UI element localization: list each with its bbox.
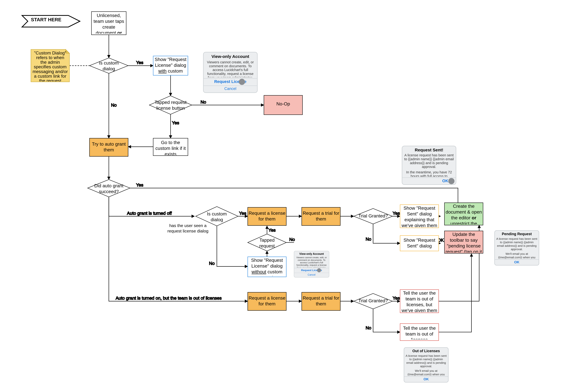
mock-sent-ok-btn[interactable]: OK bbox=[404, 178, 448, 183]
mock-view-only-large: View-only Account Viewers cannot create,… bbox=[203, 52, 257, 93]
mock-request-sent: Request Sent! A license request has been… bbox=[402, 146, 456, 185]
label-no-2: No bbox=[111, 102, 117, 107]
node-update: Update the toolbar to say "pending licen… bbox=[444, 231, 483, 253]
node-custom-dialog-1: Is custom dialog enabled? bbox=[89, 58, 128, 73]
node-tapped-1: Tapped request license button bbox=[149, 96, 192, 114]
node-try-auto: Try to auto grant them bbox=[89, 138, 128, 156]
node-sent-trial: Show "Request Sent" dialog explaining th… bbox=[400, 205, 439, 228]
sticky-note: "Custom Dialog" refers to when the admin… bbox=[31, 49, 70, 82]
node-show-with: Show "Request License" dialog with custo… bbox=[153, 56, 188, 75]
node-trial-2: Trial Granted? bbox=[354, 293, 392, 309]
label-yes-4: Yes bbox=[239, 211, 246, 216]
label-has-seen: has the user seen a request license dial… bbox=[163, 223, 213, 235]
mock-pending-ok-btn[interactable]: OK bbox=[496, 260, 538, 264]
node-sent: Show "Request Sent" dialog bbox=[400, 236, 439, 251]
node-show-without: Show "Request License" dialog without cu… bbox=[248, 257, 286, 277]
mock-out-ok-btn[interactable]: OK bbox=[405, 377, 447, 381]
label-auto-off: Auto grant is turned off bbox=[127, 211, 172, 216]
mock-pending-request: Pending Request A license request has be… bbox=[495, 231, 539, 265]
node-create: Create the document & open the editor or… bbox=[444, 203, 483, 225]
label-no-4: No bbox=[209, 261, 215, 266]
label-yes-5: Yes bbox=[392, 211, 400, 216]
label-yes: Yes bbox=[136, 60, 143, 65]
label-yes-2: Yes bbox=[172, 120, 179, 125]
label-no-6: No bbox=[366, 325, 371, 330]
node-trial-1: Trial Granted? bbox=[354, 208, 392, 224]
mock-request-license-btn[interactable]: Request License bbox=[205, 79, 256, 84]
node-custom-dialog-2: Is custom dialog enabled? bbox=[196, 207, 238, 226]
start-label: START HERE bbox=[24, 17, 68, 22]
node-req-license-2: Request a license for them bbox=[248, 292, 286, 310]
flow-diagram: Yes No Yes No Yes Auto grant is turned o… bbox=[0, 0, 588, 390]
tap-indicator-icon bbox=[239, 79, 245, 85]
node-start: Unlicensed, team user taps create docume… bbox=[91, 12, 126, 35]
label-no-3: No bbox=[366, 237, 371, 242]
start-arrow: START HERE bbox=[22, 15, 80, 27]
note-text: "Custom Dialog" refers to when the admin… bbox=[33, 50, 68, 81]
label-yes-6: Yes bbox=[268, 228, 275, 233]
label-yes-7: Yes bbox=[392, 295, 400, 300]
node-out: Tell the user the team is out of license… bbox=[400, 324, 439, 341]
node-out-trial: Tell the user the team is out of license… bbox=[400, 290, 439, 313]
label-no: No bbox=[200, 99, 206, 104]
node-req-trial-2: Request a trial for them bbox=[302, 292, 340, 310]
tap-indicator-icon bbox=[448, 178, 454, 184]
label-auto-out: Auto grant is turned on, but the team is… bbox=[116, 295, 222, 300]
node-req-trial-1: Request a trial for them bbox=[302, 207, 340, 226]
mock-cancel-btn[interactable]: Cancel bbox=[205, 87, 256, 91]
mock-request-license-btn-small[interactable]: Request License bbox=[295, 269, 328, 271]
node-req-license-1: Request a license for them bbox=[248, 207, 286, 226]
node-did-auto: Did auto grant succeed? bbox=[88, 180, 130, 197]
label-no-5: No bbox=[289, 237, 295, 242]
node-noop: No-Op bbox=[264, 95, 303, 115]
tap-indicator-icon bbox=[317, 268, 321, 272]
label-yes-3: Yes bbox=[136, 183, 143, 188]
mock-out-of-licenses: Out of Licenses A license request has be… bbox=[404, 347, 448, 382]
node-custom-link: Go to the custom link if it exists bbox=[153, 138, 188, 156]
mock-cancel-btn-small[interactable]: Cancel bbox=[295, 273, 328, 276]
node-tapped-2: Tapped request license button bbox=[248, 234, 286, 251]
mock-view-only-small: View-only Account Viewers cannot create,… bbox=[294, 251, 329, 277]
